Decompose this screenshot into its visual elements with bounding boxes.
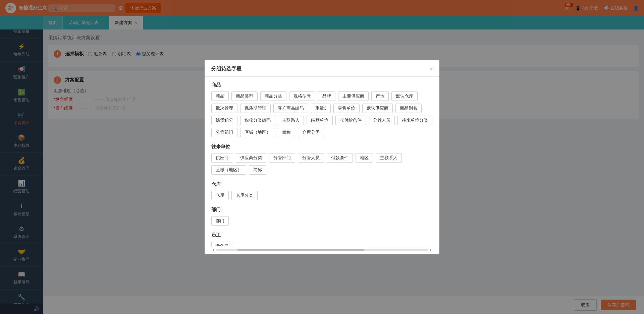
field-tag[interactable]: 默认仓库 bbox=[391, 91, 418, 101]
scroll-thumb bbox=[237, 249, 364, 251]
modal-close-button[interactable]: × bbox=[429, 65, 433, 72]
field-tag[interactable]: 分管人员 bbox=[298, 153, 324, 163]
field-tag[interactable]: 默认供应商 bbox=[362, 104, 393, 113]
field-tag[interactable]: 产地 bbox=[371, 91, 389, 101]
field-tag[interactable]: 结算单位 bbox=[307, 116, 333, 125]
field-grid-employee: 业务员 bbox=[211, 242, 433, 246]
field-tag[interactable]: 收付款条件 bbox=[335, 116, 366, 125]
field-tag[interactable]: 区域（地区） bbox=[240, 128, 275, 137]
field-tag[interactable]: 品牌 bbox=[318, 91, 335, 101]
field-tag[interactable]: 往来单位分类 bbox=[397, 116, 432, 125]
scroll-right-btn[interactable]: ► bbox=[429, 248, 433, 252]
scroll-left-btn[interactable]: ◄ bbox=[211, 248, 215, 252]
field-tag[interactable]: 业务员 bbox=[211, 242, 233, 246]
field-tag[interactable]: 仓库分类 bbox=[298, 128, 324, 137]
field-tag[interactable]: 主要供应商 bbox=[338, 91, 369, 101]
field-grid-partner: 供应商供应商分类分管部门分管人员付款条件地区主联系人区域（地区）简称 bbox=[211, 153, 433, 175]
field-tag[interactable]: 分管部门 bbox=[211, 128, 237, 137]
modal-body: 商品商品商品类型商品分类规格型号品牌主要供应商产地默认仓库批次管理保质期管理客户… bbox=[205, 77, 439, 246]
section-title-warehouse: 仓库 bbox=[211, 181, 433, 187]
section-title-partner: 往来单位 bbox=[211, 144, 433, 150]
section-employee: 员工业务员 bbox=[211, 232, 433, 246]
section-title-employee: 员工 bbox=[211, 232, 433, 238]
field-tag[interactable]: 税收分类编码 bbox=[240, 116, 275, 125]
field-tag[interactable]: 零售单位 bbox=[333, 104, 360, 113]
field-tag[interactable]: 保质期管理 bbox=[240, 104, 271, 113]
field-tag[interactable]: 重量3 bbox=[311, 104, 331, 113]
field-tag[interactable]: 部门 bbox=[211, 216, 229, 226]
modal-header: 分组待选字段 × bbox=[205, 60, 439, 77]
section-title-goods: 商品 bbox=[211, 82, 433, 88]
field-tag[interactable]: 客户商品编码 bbox=[273, 104, 308, 113]
field-grid-goods: 商品商品类型商品分类规格型号品牌主要供应商产地默认仓库批次管理保质期管理客户商品… bbox=[211, 91, 433, 137]
field-tag[interactable]: 主联系人 bbox=[278, 116, 304, 125]
field-tag[interactable]: 付款条件 bbox=[327, 153, 353, 163]
field-tag[interactable]: 供应商分类 bbox=[236, 153, 266, 163]
field-tag[interactable]: 商品分类 bbox=[260, 91, 286, 101]
field-tag[interactable]: 商品类型 bbox=[231, 91, 258, 101]
field-tag[interactable]: 商品 bbox=[211, 91, 229, 101]
section-department: 部门部门 bbox=[211, 207, 433, 226]
modal-scrollbar-area: ◄ ► bbox=[205, 246, 439, 254]
modal-title: 分组待选字段 bbox=[211, 66, 241, 72]
field-tag[interactable]: 拣货积分 bbox=[211, 116, 237, 125]
field-tag[interactable]: 区域（地区） bbox=[211, 165, 246, 175]
modal-overlay: 分组待选字段 × 商品商品商品类型商品分类规格型号品牌主要供应商产地默认仓库批次… bbox=[0, 0, 644, 314]
section-goods: 商品商品商品类型商品分类规格型号品牌主要供应商产地默认仓库批次管理保质期管理客户… bbox=[211, 82, 433, 137]
section-partner: 往来单位供应商供应商分类分管部门分管人员付款条件地区主联系人区域（地区）简称 bbox=[211, 144, 433, 175]
field-tag[interactable]: 商品别名 bbox=[395, 104, 422, 113]
section-warehouse: 仓库仓库仓库分类 bbox=[211, 181, 433, 200]
field-grid-department: 部门 bbox=[211, 216, 433, 226]
field-tag[interactable]: 分管人员 bbox=[369, 116, 395, 125]
field-tag[interactable]: 批次管理 bbox=[211, 104, 237, 113]
field-tag[interactable]: 简称 bbox=[278, 128, 295, 137]
field-tag[interactable]: 仓库分类 bbox=[231, 191, 258, 200]
field-tag[interactable]: 仓库 bbox=[211, 191, 229, 200]
field-tag[interactable]: 分管部门 bbox=[269, 153, 295, 163]
field-tag[interactable]: 简称 bbox=[249, 165, 266, 175]
field-tag[interactable]: 规格型号 bbox=[289, 91, 315, 101]
field-grid-warehouse: 仓库仓库分类 bbox=[211, 191, 433, 200]
field-tag[interactable]: 主联系人 bbox=[376, 153, 402, 163]
horizontal-scrollbar[interactable] bbox=[216, 249, 428, 251]
field-tag[interactable]: 供应商 bbox=[211, 153, 233, 163]
field-tag[interactable]: 地区 bbox=[356, 153, 373, 163]
section-title-department: 部门 bbox=[211, 207, 433, 213]
field-selection-modal: 分组待选字段 × 商品商品商品类型商品分类规格型号品牌主要供应商产地默认仓库批次… bbox=[205, 60, 439, 254]
